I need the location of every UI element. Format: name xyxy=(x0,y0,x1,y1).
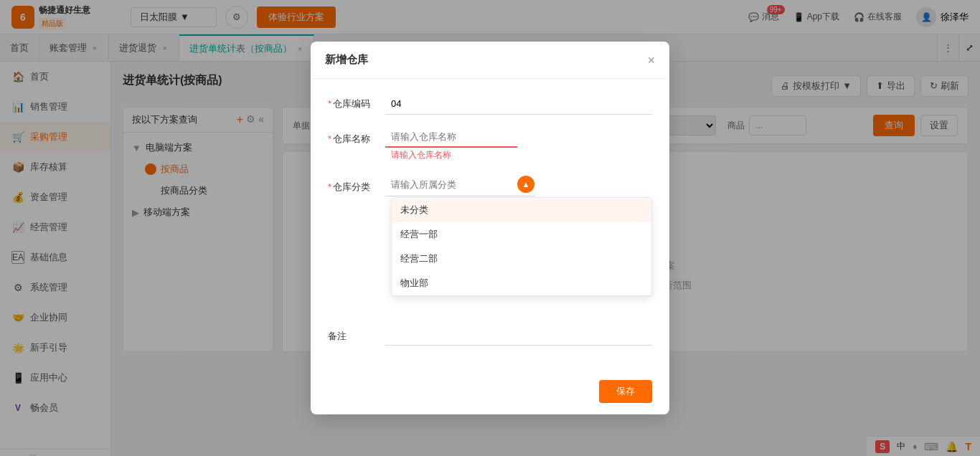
dropdown-item-dept2[interactable]: 经营二部 xyxy=(392,247,651,271)
dropdown-item-dept1[interactable]: 经营一部 xyxy=(392,222,651,247)
note-input[interactable] xyxy=(385,326,652,346)
name-error-message: 请输入仓库名称 xyxy=(391,149,451,161)
code-input[interactable] xyxy=(385,93,652,115)
form-row-category: 仓库分类 ▲ 未分类 经营一部 经营二部 物业部 xyxy=(328,173,652,196)
category-dropdown-list: 未分类 经营一部 经营二部 物业部 xyxy=(391,197,652,296)
dialog-overlay: 新增仓库 × 仓库编码 仓库名称 请输入仓库名称 仓库分类 xyxy=(0,0,980,456)
dialog-footer: 保存 xyxy=(311,371,669,414)
dropdown-toggle-button[interactable]: ▲ xyxy=(517,176,534,193)
name-input[interactable] xyxy=(385,126,517,148)
dialog-title: 新增仓库 xyxy=(325,53,368,67)
dialog-close-button[interactable]: × xyxy=(647,54,655,67)
dropdown-item-property[interactable]: 物业部 xyxy=(392,271,651,295)
dropdown-item-uncategorized[interactable]: 未分类 xyxy=(392,198,651,222)
form-row-code: 仓库编码 xyxy=(328,93,652,115)
dialog-header: 新增仓库 × xyxy=(311,42,669,79)
save-button[interactable]: 保存 xyxy=(599,380,652,403)
form-row-note: 备注 xyxy=(328,326,652,346)
note-label: 备注 xyxy=(328,326,385,343)
dialog-add-warehouse: 新增仓库 × 仓库编码 仓库名称 请输入仓库名称 仓库分类 xyxy=(311,42,669,414)
dialog-body: 仓库编码 仓库名称 请输入仓库名称 仓库分类 ▲ xyxy=(311,79,669,371)
form-row-name: 仓库名称 请输入仓库名称 xyxy=(328,126,652,161)
code-label: 仓库编码 xyxy=(328,93,385,110)
name-label: 仓库名称 xyxy=(328,128,385,146)
category-label: 仓库分类 xyxy=(328,176,385,194)
category-input[interactable] xyxy=(385,179,517,190)
